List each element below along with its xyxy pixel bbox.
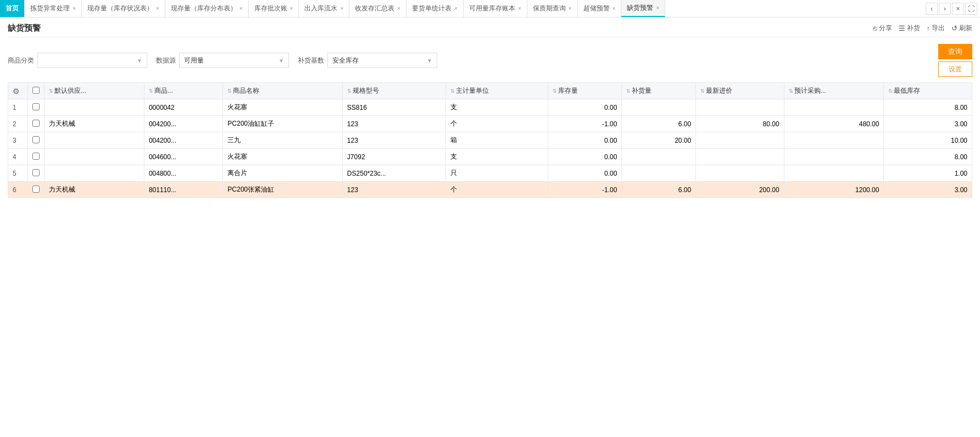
refresh-icon: ↺ xyxy=(951,24,957,32)
row-select-3[interactable] xyxy=(32,136,40,143)
row-checkbox-6[interactable] xyxy=(28,182,44,198)
column-spec[interactable]: ⇅ 规格型号 xyxy=(342,83,446,99)
tab-batch-account[interactable]: 库存批次账 × xyxy=(249,0,299,17)
datasource-label: 数据源 xyxy=(156,56,176,65)
cell-minstk-5: 1.00 xyxy=(884,165,972,182)
cell-unit-3: 箱 xyxy=(446,132,548,149)
cell-stock-5: 0.00 xyxy=(548,165,622,182)
replenish-base-select-value: 安全库存 xyxy=(332,56,359,65)
row-select-6[interactable] xyxy=(32,186,40,193)
cell-minstk-1: 8.00 xyxy=(884,99,972,116)
settings-button[interactable]: 设置 xyxy=(938,61,972,77)
cell-forecast-4 xyxy=(784,149,884,165)
column-stock[interactable]: ⇅ 库存量 xyxy=(548,83,622,99)
tab-close-11[interactable]: × xyxy=(656,5,659,11)
tab-close-1[interactable]: × xyxy=(73,5,76,12)
column-price[interactable]: ⇅ 最新进价 xyxy=(696,83,784,99)
column-unit[interactable]: ⇅ 主计量单位 xyxy=(446,83,548,99)
cell-goodscode-2: 004200... xyxy=(144,116,222,132)
tab-summary[interactable]: 收发存汇总表 × xyxy=(349,0,407,17)
row-checkbox-3[interactable] xyxy=(28,132,44,149)
filter-bar: 商品分类 ▼ 数据源 可用量 ▼ 补货基数 安全库存 ▼ 查询 设置 xyxy=(8,44,972,77)
row-select-1[interactable] xyxy=(32,103,40,110)
refresh-button[interactable]: ↺ 刷新 xyxy=(951,24,972,33)
table-row: 4 004600... 火花塞 J7092 支 0.00 8.00 xyxy=(8,149,972,165)
tab-pick-exception[interactable]: 拣货异常处理 × xyxy=(25,0,82,17)
share-icon: ⎋ xyxy=(873,24,877,32)
row-checkbox-5[interactable] xyxy=(28,165,44,182)
spec-sort-icon: ⇅ xyxy=(347,88,352,94)
tab-shelf-life[interactable]: 保质期查询 × xyxy=(527,0,578,17)
gear-icon[interactable]: ⚙ xyxy=(13,87,20,96)
column-checkbox-all[interactable] xyxy=(28,83,44,99)
row-select-4[interactable] xyxy=(32,153,40,160)
tab-available-ledger[interactable]: 可用量库存账本 × xyxy=(464,0,527,17)
tab-demand-stats[interactable]: 要货单统计表 × xyxy=(407,0,464,17)
cell-supplier-6: 力天机械 xyxy=(44,182,144,198)
tab-close-6[interactable]: × xyxy=(397,5,400,12)
datasource-select[interactable]: 可用量 ▼ xyxy=(179,53,289,68)
row-checkbox-1[interactable] xyxy=(28,99,44,116)
column-forecast[interactable]: ⇅ 预计采购... xyxy=(784,83,884,99)
column-gear[interactable]: ⚙ xyxy=(8,83,28,99)
tab-close-3[interactable]: × xyxy=(240,5,243,12)
datasource-filter-group: 数据源 可用量 ▼ xyxy=(156,53,289,68)
export-button[interactable]: ↑ 导出 xyxy=(927,24,945,33)
share-button[interactable]: ⎋ 分享 xyxy=(873,24,892,33)
page-title: 缺货预警 xyxy=(8,23,41,33)
tab-home[interactable]: 首页 xyxy=(0,0,25,17)
row-select-2[interactable] xyxy=(32,120,40,127)
replenish-base-select[interactable]: 安全库存 ▼ xyxy=(327,53,437,68)
cell-price-4 xyxy=(696,149,784,165)
tab-shortage[interactable]: 缺货预警 × xyxy=(621,0,665,17)
datasource-select-value: 可用量 xyxy=(184,56,204,65)
tab-close-current[interactable]: × xyxy=(952,3,964,15)
replenish-base-label: 补货基数 xyxy=(298,56,324,65)
tab-fullscreen[interactable]: ⛶ xyxy=(965,3,977,15)
cell-minstk-4: 8.00 xyxy=(884,149,972,165)
column-goodscode[interactable]: ⇅ 商品... xyxy=(144,83,222,99)
cell-replenish-5 xyxy=(622,165,696,182)
cell-spec-6: 123 xyxy=(342,182,446,198)
row-number-4: 4 xyxy=(8,149,28,165)
cell-supplier-3 xyxy=(44,132,144,149)
tab-close-9[interactable]: × xyxy=(569,5,572,12)
tab-overstock[interactable]: 超储预警 × xyxy=(578,0,622,17)
row-checkbox-2[interactable] xyxy=(28,116,44,132)
datasource-select-arrow: ▼ xyxy=(279,58,284,64)
tab-close-5[interactable]: × xyxy=(340,5,343,12)
cell-goodscode-5: 004800... xyxy=(144,165,222,182)
row-number-5: 5 xyxy=(8,165,28,182)
tab-close-8[interactable]: × xyxy=(518,5,521,12)
category-label: 商品分类 xyxy=(8,56,34,65)
tab-flow[interactable]: 出入库流水 × xyxy=(299,0,349,17)
tab-close-2[interactable]: × xyxy=(156,5,159,12)
table-row: 3 004200... 三九 123 箱 0.00 20.00 10.00 xyxy=(8,132,972,149)
cell-forecast-1 xyxy=(784,99,884,116)
replenish-button[interactable]: ☰ 补货 xyxy=(899,24,920,33)
tab-inventory-dist[interactable]: 现存量（库存分布表） × xyxy=(165,0,249,17)
replenish-base-filter-group: 补货基数 安全库存 ▼ xyxy=(298,53,437,68)
column-replenish[interactable]: ⇅ 补货量 xyxy=(622,83,696,99)
cell-forecast-2: 480.00 xyxy=(784,116,884,132)
select-all-checkbox[interactable] xyxy=(32,87,40,94)
query-button[interactable]: 查询 xyxy=(938,44,972,59)
cell-forecast-5 xyxy=(784,165,884,182)
tab-inventory-status[interactable]: 现存量（库存状况表） × xyxy=(82,0,165,17)
category-select[interactable]: ▼ xyxy=(37,53,147,68)
tab-close-4[interactable]: × xyxy=(290,5,293,12)
cell-minstk-3: 10.00 xyxy=(884,132,972,149)
column-minstk[interactable]: ⇅ 最低库存 xyxy=(884,83,972,99)
table-row: 2 力天机械 004200... PC200油缸缸子 123 个 -1.00 6… xyxy=(8,116,972,132)
cell-price-6: 200.00 xyxy=(696,182,784,198)
tab-close-7[interactable]: × xyxy=(454,5,458,12)
tab-scroll-left[interactable]: ‹ xyxy=(926,3,938,15)
column-goodsname[interactable]: ⇅ 商品名称 xyxy=(223,83,343,99)
row-select-5[interactable] xyxy=(32,169,40,176)
column-supplier[interactable]: ⇅ 默认供应... xyxy=(44,83,144,99)
cell-unit-2: 个 xyxy=(446,116,548,132)
row-checkbox-4[interactable] xyxy=(28,149,44,165)
tab-close-10[interactable]: × xyxy=(612,5,616,12)
cell-minstk-2: 3.00 xyxy=(884,116,972,132)
tab-scroll-right[interactable]: › xyxy=(939,3,951,15)
